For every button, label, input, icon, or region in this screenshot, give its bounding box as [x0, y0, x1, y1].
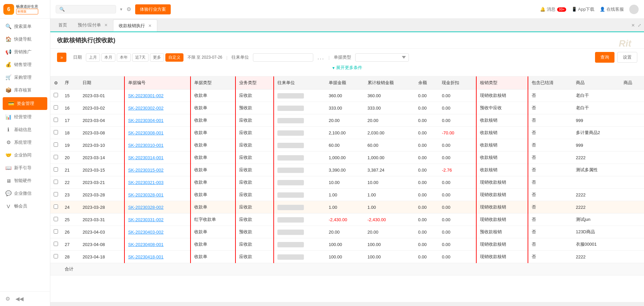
- billno-link[interactable]: SK-20230308-001: [128, 130, 164, 135]
- cell-biztype: 预收款: [235, 102, 274, 114]
- cell-goods2: [620, 226, 644, 238]
- sidebar-item-purchase[interactable]: 🛒采购管理: [0, 71, 50, 84]
- tabbar-actions: ✕ ⤢: [631, 23, 641, 28]
- partner-filter-input[interactable]: [253, 53, 313, 62]
- tab-close-prepay[interactable]: ✕: [104, 23, 108, 27]
- billno-link[interactable]: SK-20230328-002: [128, 205, 164, 210]
- sidebar-item-search[interactable]: 🔍搜索菜单: [0, 20, 50, 33]
- cell-checkbox[interactable]: [50, 102, 61, 114]
- sidebar-item-guide[interactable]: 📖新手引导: [0, 162, 50, 174]
- cell-partner: ░░░░░: [274, 238, 325, 251]
- horizontal-scrollbar[interactable]: [50, 302, 644, 306]
- cell-goods2: [620, 164, 644, 176]
- settings-button[interactable]: 设置: [617, 52, 637, 63]
- close-tab-icon[interactable]: ✕: [631, 23, 635, 28]
- cell-balance: 0.00: [415, 238, 439, 251]
- sidebar-item-enterprise[interactable]: 🤝企业协同: [0, 149, 50, 162]
- billno-link[interactable]: SK-20230403-002: [128, 230, 164, 235]
- sidebar-item-inventory[interactable]: 📦库存核算: [0, 84, 50, 97]
- billno-link[interactable]: SK-20230314-001: [128, 155, 164, 160]
- cell-include-settled: 否: [528, 189, 573, 201]
- billno-link[interactable]: SK-20230310-001: [128, 143, 164, 148]
- expand-icon[interactable]: ⤢: [638, 23, 641, 28]
- billno-link[interactable]: SK-20230331-002: [128, 217, 164, 222]
- billno-link[interactable]: SK-20230301-002: [128, 93, 164, 98]
- cell-balance: 0.00: [415, 164, 439, 176]
- date-btn-更多[interactable]: 更多: [150, 53, 164, 62]
- nav-label-purchase: 采购管理: [14, 74, 32, 80]
- billno-link[interactable]: SK-20230418-001: [128, 254, 164, 259]
- tab-prepay[interactable]: 预付/应付单✕: [72, 19, 113, 31]
- cell-checkbox[interactable]: [50, 114, 61, 127]
- cell-cash-discount: 0.00: [438, 151, 476, 164]
- cell-checkbox[interactable]: [50, 226, 61, 238]
- gear-icon[interactable]: ⚙: [126, 6, 131, 12]
- sidebar-item-operations[interactable]: 📊经营管理: [0, 111, 50, 123]
- nav-label-base: 基础信息: [14, 127, 32, 133]
- sidebar-item-system[interactable]: ⚙系统管理: [0, 136, 50, 149]
- date-btn-近7天[interactable]: 近7天: [132, 53, 149, 62]
- cell-checkbox[interactable]: [50, 213, 61, 226]
- cell-include-settled: 否: [528, 176, 573, 189]
- cell-checkbox[interactable]: [50, 238, 61, 251]
- cell-include-settled: 否: [528, 201, 573, 213]
- bill-type-select[interactable]: [355, 53, 409, 62]
- cell-checkbox[interactable]: [50, 127, 61, 139]
- cell-cash-discount: 0.00: [438, 89, 476, 102]
- cell-date: 2023-03-10: [79, 139, 124, 151]
- col-header-settings[interactable]: ⚙: [50, 76, 61, 89]
- cell-billno: SK-20230308-001: [124, 127, 191, 139]
- sidebar-item-base[interactable]: ℹ基础信息: [0, 123, 50, 136]
- online-service-label[interactable]: 👤 在线客服: [600, 6, 624, 12]
- cell-partner: ░░░░░: [274, 189, 325, 201]
- sidebar-item-hardware[interactable]: 🖥智能硬件: [0, 174, 50, 187]
- sidebar-item-finance[interactable]: 💳资金管理: [3, 97, 47, 110]
- sidebar-item-sales[interactable]: 💰销售管理: [0, 58, 50, 71]
- date-btn-本月[interactable]: 本月: [101, 53, 115, 62]
- expand-more-conditions[interactable]: ▾ 展开更多条件: [57, 63, 637, 73]
- date-btn-本年[interactable]: 本年: [117, 53, 131, 62]
- nav-icon-sales: 💰: [5, 62, 11, 68]
- sidebar-item-quicknav[interactable]: 🏠快捷导航: [0, 33, 50, 46]
- billno-link[interactable]: SK-20230304-001: [128, 118, 164, 123]
- nav-label-system: 系统管理: [14, 139, 32, 145]
- cell-checkbox[interactable]: [50, 139, 61, 151]
- billno-link[interactable]: SK-20230328-001: [128, 192, 164, 197]
- tab-receipts[interactable]: 收款核销执行✕: [113, 19, 157, 32]
- filter-expand-button[interactable]: »: [57, 53, 66, 62]
- cell-billtype: 收款单: [191, 201, 235, 213]
- cell-amount: 100.00: [325, 238, 364, 251]
- cell-checkbox[interactable]: [50, 164, 61, 176]
- cell-checkbox[interactable]: [50, 189, 61, 201]
- date-btn-上月[interactable]: 上月: [86, 53, 100, 62]
- collapse-icon[interactable]: ◀◀: [15, 296, 23, 302]
- col-header-no: 序: [61, 76, 79, 89]
- cell-biztype: 应收款: [235, 127, 274, 139]
- cell-checkbox[interactable]: [50, 201, 61, 213]
- industry-solution-button[interactable]: 体验行业方案: [135, 4, 171, 14]
- billno-link[interactable]: SK-20230408-001: [128, 242, 164, 247]
- cell-checkbox[interactable]: [50, 151, 61, 164]
- date-range-display: 不限 至 2023-07-26: [187, 55, 222, 60]
- query-button[interactable]: 查询: [595, 52, 614, 63]
- billno-link[interactable]: SK-20230302-002: [128, 106, 164, 111]
- billno-link[interactable]: SK-20230315-002: [128, 168, 164, 173]
- tab-home[interactable]: 首页: [53, 19, 72, 31]
- app-download-label[interactable]: 📱 App下载: [572, 6, 594, 12]
- cell-amount: 3,390.00: [325, 164, 364, 176]
- sidebar-item-member[interactable]: V畅会员: [0, 200, 50, 212]
- date-btn-custom[interactable]: 自定义: [165, 53, 183, 62]
- settings-icon[interactable]: ⚙: [5, 296, 10, 302]
- tab-close-receipts[interactable]: ✕: [148, 23, 152, 28]
- cell-biztype: 应收款: [235, 164, 274, 176]
- user-avatar[interactable]: [629, 5, 639, 14]
- sidebar-item-marketing[interactable]: 📢营销推广: [0, 46, 50, 58]
- cell-partner: ░░░░░: [274, 213, 325, 226]
- cell-checkbox[interactable]: [50, 89, 61, 102]
- cell-amount: 20.00: [325, 114, 364, 127]
- billno-link[interactable]: SK-20230321-003: [128, 180, 164, 185]
- cell-checkbox[interactable]: [50, 251, 61, 263]
- sidebar-item-wechat[interactable]: 💬企业微信: [0, 187, 50, 200]
- search-box[interactable]: 🔍: [56, 5, 116, 13]
- cell-checkbox[interactable]: [50, 176, 61, 189]
